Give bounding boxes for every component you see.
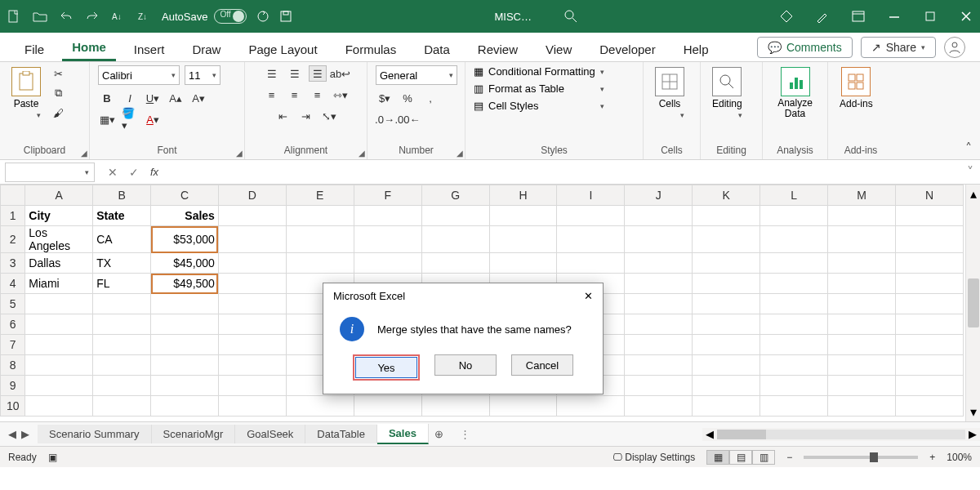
- cell[interactable]: [895, 274, 963, 294]
- zoom-slider[interactable]: [804, 456, 918, 459]
- cell[interactable]: [354, 226, 421, 253]
- cell[interactable]: [218, 253, 286, 274]
- autosave-toggle[interactable]: AutoSave Off: [162, 9, 247, 24]
- cell[interactable]: [218, 226, 286, 253]
- cell[interactable]: [828, 314, 896, 335]
- cell[interactable]: [760, 294, 828, 314]
- comma-button[interactable]: ,: [421, 90, 439, 106]
- cell[interactable]: CA: [93, 226, 151, 253]
- cell[interactable]: [25, 355, 93, 376]
- sheet-tab[interactable]: Scenario Summary: [38, 425, 152, 443]
- cell[interactable]: [760, 314, 828, 335]
- cell[interactable]: [693, 274, 760, 294]
- cell[interactable]: [693, 294, 760, 314]
- cell[interactable]: [151, 355, 219, 376]
- cell[interactable]: [895, 206, 963, 226]
- cell[interactable]: [895, 335, 963, 355]
- cell[interactable]: [93, 376, 151, 396]
- col-header[interactable]: B: [93, 185, 151, 206]
- cell[interactable]: [693, 396, 760, 416]
- cell[interactable]: [421, 206, 489, 226]
- dialog-close-icon[interactable]: ✕: [584, 290, 593, 302]
- align-top-icon[interactable]: ☰: [263, 65, 281, 82]
- cell[interactable]: [286, 253, 354, 274]
- cell[interactable]: [693, 335, 760, 355]
- page-break-view-icon[interactable]: ▥: [752, 450, 775, 465]
- cell[interactable]: [895, 314, 963, 335]
- number-dialog-launcher[interactable]: ◢: [457, 149, 463, 158]
- sheet-menu-icon[interactable]: ⋮: [460, 428, 470, 440]
- row-header[interactable]: 1: [1, 206, 25, 226]
- cell[interactable]: [693, 206, 760, 226]
- cell[interactable]: [93, 294, 151, 314]
- cell[interactable]: [625, 314, 693, 335]
- shrink-font-icon[interactable]: A▾: [189, 90, 207, 106]
- cell[interactable]: [760, 274, 828, 294]
- cell[interactable]: [895, 355, 963, 376]
- row-header[interactable]: 7: [1, 335, 25, 355]
- formula-input[interactable]: [172, 163, 960, 182]
- addins-button[interactable]: Add-ins: [836, 65, 876, 111]
- cell[interactable]: [625, 253, 693, 274]
- cell[interactable]: [354, 396, 421, 416]
- tab-page-layout[interactable]: Page Layout: [238, 36, 327, 61]
- align-center-icon[interactable]: ≡: [286, 87, 304, 103]
- display-settings-button[interactable]: 🖵 Display Settings: [612, 452, 695, 463]
- font-name-combo[interactable]: Calibri▾: [98, 65, 180, 85]
- col-header[interactable]: N: [895, 185, 963, 206]
- col-header[interactable]: M: [828, 185, 896, 206]
- tab-view[interactable]: View: [536, 36, 581, 61]
- bold-button[interactable]: B: [98, 90, 116, 106]
- tab-review[interactable]: Review: [468, 36, 528, 61]
- cell[interactable]: [421, 396, 489, 416]
- maximize-icon[interactable]: [923, 9, 938, 24]
- cell[interactable]: [93, 335, 151, 355]
- cell[interactable]: [151, 294, 219, 314]
- cell[interactable]: Los Angeles: [25, 226, 93, 253]
- sheet-tab[interactable]: GoalSeek: [235, 425, 305, 443]
- cell[interactable]: [489, 206, 557, 226]
- zoom-out-button[interactable]: −: [786, 452, 792, 463]
- search-icon[interactable]: [564, 10, 577, 23]
- row-header[interactable]: 10: [1, 396, 25, 416]
- cell[interactable]: [895, 253, 963, 274]
- cell[interactable]: [354, 206, 421, 226]
- cell[interactable]: [218, 294, 286, 314]
- tab-home[interactable]: Home: [62, 33, 116, 61]
- editing-button[interactable]: Editing▾: [709, 65, 746, 121]
- cell[interactable]: [286, 396, 354, 416]
- col-header[interactable]: I: [557, 185, 625, 206]
- sheet-tab[interactable]: ScenarioMgr: [152, 425, 236, 443]
- percent-button[interactable]: %: [399, 90, 416, 106]
- cell[interactable]: [218, 314, 286, 335]
- save-icon[interactable]: [279, 10, 292, 23]
- cell[interactable]: Dallas: [25, 253, 93, 274]
- minimize-icon[interactable]: [887, 9, 902, 24]
- cell[interactable]: [625, 226, 693, 253]
- cell[interactable]: [760, 226, 828, 253]
- close-icon[interactable]: [959, 9, 973, 24]
- increase-indent-icon[interactable]: ⇥: [297, 108, 315, 124]
- col-header[interactable]: A: [25, 185, 93, 206]
- cut-icon[interactable]: ✂: [49, 65, 67, 82]
- cell[interactable]: $53,000: [151, 226, 219, 253]
- no-button[interactable]: No: [434, 354, 497, 376]
- align-bottom-icon[interactable]: ☰: [309, 65, 327, 82]
- cell[interactable]: [557, 396, 625, 416]
- cell[interactable]: [286, 226, 354, 253]
- zoom-in-button[interactable]: +: [929, 452, 935, 463]
- row-header[interactable]: 3: [1, 253, 25, 274]
- cell[interactable]: [25, 335, 93, 355]
- cells-button[interactable]: Cells▾: [652, 65, 688, 121]
- cell[interactable]: [218, 274, 286, 294]
- orientation-icon[interactable]: ⤡▾: [320, 108, 338, 124]
- cell[interactable]: [625, 274, 693, 294]
- cell[interactable]: [625, 376, 693, 396]
- normal-view-icon[interactable]: ▦: [706, 450, 729, 465]
- decrease-decimal-icon[interactable]: .00←: [399, 111, 416, 127]
- enter-formula-icon[interactable]: ✓: [129, 166, 139, 179]
- cell[interactable]: [489, 253, 557, 274]
- cell[interactable]: [421, 253, 489, 274]
- cell[interactable]: [93, 355, 151, 376]
- yes-button[interactable]: Yes: [355, 357, 417, 378]
